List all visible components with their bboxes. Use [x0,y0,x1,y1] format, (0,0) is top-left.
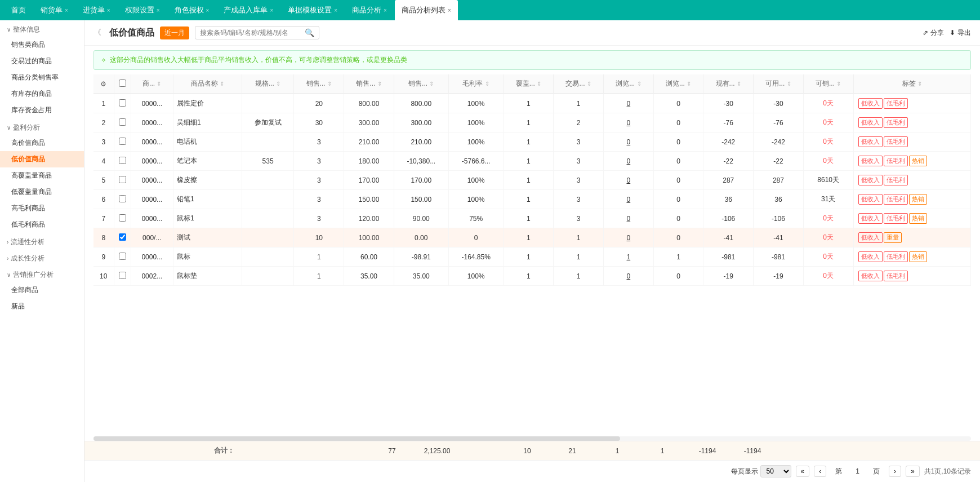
nav-sales-order[interactable]: 销货单 × [34,0,75,20]
sidebar-item-low-margin[interactable]: 低毛利商品 [0,216,84,233]
sidebar-item-sales-goods[interactable]: 销售类商品 [0,37,84,53]
cell-spec [242,94,294,113]
th-stock[interactable]: 现有... ⇕ [703,74,754,94]
sidebar-item-all-goods[interactable]: 全部商品 [0,282,84,298]
first-page-button[interactable]: « [796,466,810,477]
prev-page-button[interactable]: ‹ [814,466,826,477]
sidebar-item-low-value[interactable]: 低价值商品 [0,151,84,167]
cell-sale-total: 170.00 [394,171,448,190]
sidebar-item-category-sales[interactable]: 商品分类销售率 [0,69,84,86]
th-days[interactable]: 可销... ⇕ [803,74,853,94]
search-input[interactable] [200,29,301,37]
row-checkbox[interactable] [119,157,126,164]
sidebar-group-growth-title[interactable]: › 成长性分析 [0,249,84,266]
search-icon[interactable]: 🔍 [305,28,314,37]
nav-close-purchase[interactable]: × [107,7,110,14]
nav-role-auth[interactable]: 角色授权 × [168,0,216,20]
cell-sale-amt: 100.00 [344,228,394,247]
nav-product-warehousing[interactable]: 产成品入库单 × [217,0,280,20]
sidebar-item-low-coverage[interactable]: 低覆盖量商品 [0,184,84,200]
chevron-right-icon: › [7,239,8,245]
cell-name[interactable]: 属性定价 [173,94,242,113]
row-checkbox[interactable] [119,99,126,107]
scrollbar-thumb[interactable] [93,436,620,441]
cell-sale-amt: 210.00 [344,132,394,152]
nav-close-analysis[interactable]: × [384,7,387,14]
share-button[interactable]: ⇗ 分享 [923,28,944,38]
th-gross[interactable]: 毛利率 ⇕ [448,74,504,94]
nav-close-template[interactable]: × [334,7,337,14]
export-button[interactable]: ⬇ 导出 [950,28,971,38]
next-page-button[interactable]: › [889,466,901,477]
nav-product-analysis-list[interactable]: 商品分析列表 × [395,0,458,20]
cell-name[interactable]: 铅笔1 [173,190,242,209]
nav-purchase-order[interactable]: 进货单 × [76,0,117,20]
nav-home[interactable]: 首页 [5,0,33,20]
th-code[interactable]: 商... ⇕ [131,74,173,94]
nav-template-settings[interactable]: 单据模板设置 × [281,0,344,20]
cell-sale-total: 0.00 [394,228,448,247]
sidebar-item-high-margin[interactable]: 高毛利商品 [0,200,84,216]
nav-close-sales[interactable]: × [65,7,68,14]
cell-name[interactable]: 测试 [173,228,242,247]
sidebar-group-profit-title[interactable]: ∨ 盈利分析 [0,118,84,135]
cell-stock: -19 [703,267,754,286]
cell-name[interactable]: 吴细细1 [173,113,242,132]
total-values: 77 2,125.00 10 21 1 1 -1194 -1194 [234,447,775,455]
row-checkbox[interactable] [119,138,126,145]
nav-close-warehousing[interactable]: × [270,7,273,14]
th-spec[interactable]: 规格... ⇕ [242,74,294,94]
cell-name[interactable]: 鼠标1 [173,209,242,228]
row-checkbox[interactable] [119,233,126,241]
th-trade[interactable]: 交易... ⇕ [554,74,604,94]
sidebar-item-new-goods[interactable]: 新品 [0,298,84,315]
sidebar-item-stock-capital[interactable]: 库存资金占用 [0,102,84,118]
row-checkbox[interactable] [119,253,126,260]
nav-close-analysis-list[interactable]: × [448,7,451,14]
row-checkbox[interactable] [119,195,126,202]
period-button[interactable]: 近一月 [160,26,189,39]
sidebar-item-high-value[interactable]: 高价值商品 [0,135,84,151]
th-sale-total[interactable]: 销售... ⇕ [394,74,448,94]
sidebar-item-traded-goods[interactable]: 交易过的商品 [0,53,84,69]
cell-name[interactable]: 鼠标 [173,247,242,267]
cell-name[interactable]: 电话机 [173,132,242,152]
row-checkbox[interactable] [119,214,126,222]
th-coverage[interactable]: 覆盖... ⇕ [504,74,554,94]
sidebar-item-high-coverage[interactable]: 高覆盖量商品 [0,167,84,184]
cell-name[interactable]: 鼠标垫 [173,267,242,286]
sidebar-group-overall-title[interactable]: ∨ 整体信息 [0,20,84,37]
th-avail[interactable]: 可用... ⇕ [754,74,804,94]
th-browse1[interactable]: 浏览... ⇕ [604,74,654,94]
sidebar-group-marketing-title[interactable]: ∨ 营销推广分析 [0,266,84,282]
nav-close-permissions[interactable]: × [157,7,160,14]
sidebar-item-stock-goods[interactable]: 有库存的商品 [0,86,84,102]
nav-product-analysis[interactable]: 商品分析 × [345,0,394,20]
sidebar-collapse-btn[interactable]: 《 [93,28,101,38]
horizontal-scrollbar[interactable] [93,436,971,441]
tag-low-profit: 低毛利 [884,156,908,166]
last-page-button[interactable]: » [906,466,920,477]
cell-coverage: 1 [504,113,554,132]
cell-name[interactable]: 笔记本 [173,152,242,171]
th-sale-amt[interactable]: 销售... ⇕ [344,74,394,94]
cell-name[interactable]: 橡皮擦 [173,171,242,190]
nav-close-role[interactable]: × [206,7,210,14]
row-checkbox[interactable] [119,272,126,279]
row-checkbox[interactable] [119,118,126,126]
cell-qty: 10 [294,228,344,247]
th-name[interactable]: 商品名称 ⇕ [173,74,242,94]
th-browse2[interactable]: 浏览... ⇕ [653,74,703,94]
sidebar-group-circulation-title[interactable]: › 流通性分析 [0,233,84,249]
select-all-checkbox[interactable] [119,79,126,87]
nav-permissions[interactable]: 权限设置 × [118,0,167,20]
cell-gross: 75% [448,209,504,228]
row-checkbox[interactable] [119,176,126,183]
table-row: 6 0000... 铅笔1 3 150.00 150.00 100% 1 3 0… [93,190,971,209]
settings-icon[interactable]: ⚙ [100,80,106,88]
tag-low-income: 低收入 [858,136,883,147]
th-qty[interactable]: 销售... ⇕ [294,74,344,94]
per-page-select[interactable]: 50 100 200 [760,465,791,477]
total-records: 共1页,10条记录 [924,467,971,476]
th-tags[interactable]: 标签 ⇕ [853,74,970,94]
